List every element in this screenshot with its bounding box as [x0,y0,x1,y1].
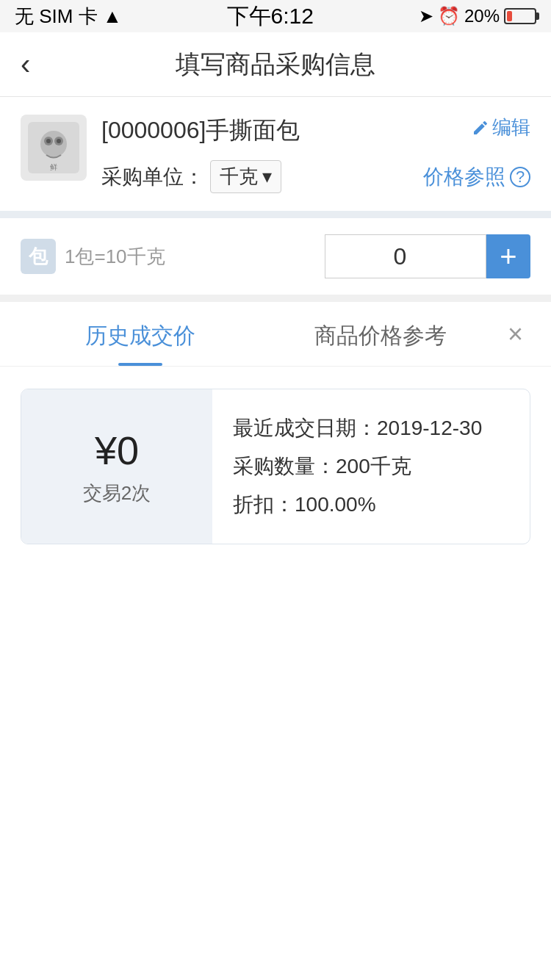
history-card: ¥0 交易2次 最近成交日期：2019-12-30 采购数量：200千克 折扣：… [21,389,530,544]
quantity-row: 包 1包=10千克 + [0,218,551,295]
help-icon: ? [510,167,530,187]
unit-selector[interactable]: 千克 ▾ [210,160,281,193]
history-right-panel: 最近成交日期：2019-12-30 采购数量：200千克 折扣：100.00% [212,389,530,544]
history-content: ¥0 交易2次 最近成交日期：2019-12-30 采购数量：200千克 折扣：… [0,367,551,566]
signal-text: 无 SIM 卡 ▲ [15,4,122,29]
product-header: [0000006]手撕面包 编辑 [101,115,530,147]
history-trades-count: 交易2次 [83,480,151,506]
product-thumbnail: 鲜 [21,115,87,181]
section-divider [0,211,551,218]
battery-percent: 20% [464,6,500,26]
status-right: ➤ ⏰ 20% [419,6,536,26]
main-content-area [0,566,551,980]
status-time: 下午6:12 [227,1,314,32]
tab-history-price[interactable]: 历史成交价 [21,302,260,366]
unit-value: 千克 [220,164,258,190]
product-card: 鲜 [0000006]手撕面包 编辑 采购单位： 千克 ▾ 价格参照 [0,97,551,211]
svg-point-4 [46,139,51,143]
price-ref-label: 价格参照 [423,163,505,191]
alarm-icon: ⏰ [438,6,460,26]
history-qty-label: 采购数量： [233,455,336,478]
quantity-conversion: 1包=10千克 [65,244,165,270]
location-icon: ➤ [419,6,433,26]
history-discount-value: 100.00% [295,493,376,516]
product-info: [0000006]手撕面包 编辑 采购单位： 千克 ▾ 价格参照 ? [101,115,530,193]
tab-product-price-ref[interactable]: 商品价格参考 [260,302,500,366]
battery-icon [504,8,536,24]
nav-bar: ‹ 填写商品采购信息 [0,32,551,97]
product-name: [0000006]手撕面包 [101,115,300,147]
history-qty-row: 采购数量：200千克 [233,453,509,480]
quantity-left: 包 1包=10千克 [21,239,165,274]
status-left: 无 SIM 卡 ▲ [15,4,122,29]
history-discount-row: 折扣：100.00% [233,491,509,519]
history-date-row: 最近成交日期：2019-12-30 [233,414,509,442]
history-discount-label: 折扣： [233,493,295,516]
tabs-header: 历史成交价 商品价格参考 × [0,302,551,367]
quantity-plus-button[interactable]: + [486,234,530,278]
tabs-close-button[interactable]: × [500,311,530,357]
status-bar: 无 SIM 卡 ▲ 下午6:12 ➤ ⏰ 20% [0,0,551,32]
unit-prefix-label: 采购单位： [101,163,204,191]
quantity-right: + [325,234,530,278]
price-reference-button[interactable]: 价格参照 ? [423,163,530,191]
svg-point-5 [57,139,61,143]
history-qty-value: 200千克 [336,455,411,478]
back-button[interactable]: ‹ [21,48,30,81]
history-date-value: 2019-12-30 [377,417,482,439]
page-title: 填写商品采购信息 [176,48,375,82]
svg-point-6 [46,145,61,155]
dropdown-arrow-icon: ▾ [262,165,272,188]
edit-button[interactable]: 编辑 [472,115,530,140]
svg-text:鲜: 鲜 [50,163,57,171]
history-left-panel: ¥0 交易2次 [21,389,212,544]
tabs-container: 历史成交价 商品价格参考 × ¥0 交易2次 最近成交日期：2019-12-30… [0,302,551,566]
quantity-unit-box: 包 [21,239,56,274]
unit-row: 采购单位： 千克 ▾ 价格参照 ? [101,160,530,193]
quantity-input[interactable] [325,234,486,278]
history-date-label: 最近成交日期： [233,417,377,439]
history-price-value: ¥0 [95,428,139,473]
